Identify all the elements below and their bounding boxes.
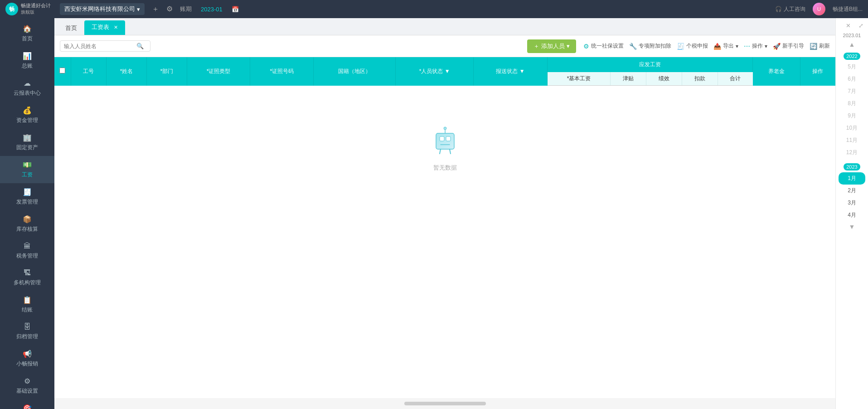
sidebar-item-home[interactable]: 🏠 首页 bbox=[0, 20, 54, 47]
month-2023-01[interactable]: 1月 bbox=[839, 172, 865, 185]
guide-button[interactable]: 🚀 新手引导 bbox=[773, 42, 804, 50]
col-nationality: 国籍（地区） bbox=[314, 57, 396, 86]
month-2022-07[interactable]: 7月 bbox=[836, 85, 868, 97]
calendar-icon[interactable]: 📅 bbox=[232, 6, 239, 13]
current-date-display: 2023.01 bbox=[843, 32, 861, 39]
horizontal-scrollbar[interactable] bbox=[54, 398, 835, 409]
sidebar-label: 发票管理 bbox=[16, 198, 38, 206]
col-actions: 操作 bbox=[800, 57, 835, 86]
month-2022-11[interactable]: 11月 bbox=[836, 134, 868, 146]
col-base-salary: *基本工资 bbox=[547, 72, 611, 86]
salary-table: 工号 *姓名 *部门 *证照类型 *证照号码 国籍（地区） *人员状态 ▼ 报送… bbox=[54, 57, 835, 208]
month-2022-06[interactable]: 6月 bbox=[836, 73, 868, 85]
month-2022-09[interactable]: 9月 bbox=[836, 110, 868, 122]
tab-bar: 首页 工资表 ✕ bbox=[54, 18, 835, 35]
company-selector[interactable]: 西安虾米网络科技有限公司 ▾ bbox=[60, 3, 145, 15]
tax-report-button[interactable]: 🧾 个税申报 bbox=[677, 42, 708, 50]
sidebar-label: 基础设置 bbox=[16, 387, 38, 395]
month-2022-12[interactable]: 12月 bbox=[836, 146, 868, 159]
company-name: 西安虾米网络科技有限公司 bbox=[64, 5, 135, 13]
search-input[interactable] bbox=[64, 43, 136, 49]
sidebar-item-settings[interactable]: ⚙ 基础设置 bbox=[0, 372, 54, 399]
col-performance: 绩效 bbox=[646, 72, 682, 86]
empty-text: 暂无数据 bbox=[433, 164, 457, 172]
sidebar-item-guide[interactable]: 🎯 新手引导 bbox=[0, 399, 54, 409]
app-logo-icon: 畅 bbox=[5, 3, 18, 15]
sidebar-item-funds[interactable]: 💰 资金管理 bbox=[0, 102, 54, 129]
sidebar-item-ledger[interactable]: 📊 总账 bbox=[0, 47, 54, 74]
col-id-type: *证照类型 bbox=[187, 57, 250, 86]
sidebar-item-multi-org[interactable]: 🏗 多机构管理 bbox=[0, 264, 54, 291]
tax-report-icon: 🧾 bbox=[677, 43, 684, 50]
sidebar-label: 总账 bbox=[22, 62, 33, 70]
month-2022-10[interactable]: 10月 bbox=[836, 122, 868, 134]
sidebar-label: 小畅报销 bbox=[16, 360, 38, 368]
col-id: 工号 bbox=[71, 57, 107, 86]
home-icon: 🏠 bbox=[23, 24, 32, 33]
headset-icon: 🎧 bbox=[775, 6, 782, 12]
social-security-settings-button[interactable]: ⚙ 统一社保设置 bbox=[583, 42, 624, 50]
tab-home[interactable]: 首页 bbox=[58, 21, 84, 35]
filter-icon[interactable]: ▼ bbox=[445, 68, 450, 74]
content-area: 首页 工资表 ✕ 🔍 ＋ 添加人员 ▾ ⚙ 统一社保设置 bbox=[54, 18, 835, 409]
svg-line-6 bbox=[440, 149, 441, 154]
tab-close-icon[interactable]: ✕ bbox=[114, 24, 118, 30]
sidebar-item-salary[interactable]: 💵 工资 bbox=[0, 156, 54, 183]
col-name: *姓名 bbox=[107, 57, 147, 86]
next-year-button[interactable]: ▼ bbox=[836, 221, 868, 232]
period-label: 账期 bbox=[180, 5, 192, 13]
more-actions-button[interactable]: ⋯ 操作 ▾ bbox=[744, 42, 767, 50]
tab-salary-table[interactable]: 工资表 ✕ bbox=[84, 20, 125, 35]
export-icon: 📤 bbox=[713, 43, 721, 50]
scrollbar-thumb[interactable] bbox=[404, 402, 486, 405]
col-total: 合计 bbox=[718, 72, 753, 86]
month-2023-04[interactable]: 4月 bbox=[836, 209, 868, 221]
header-right: 🎧 人工咨询 U 畅捷通B组... bbox=[775, 3, 863, 15]
month-2023-03[interactable]: 3月 bbox=[836, 197, 868, 209]
col-report-status: 报送状态 ▼ bbox=[474, 57, 547, 86]
filter-icon[interactable]: ▼ bbox=[519, 68, 525, 74]
sidebar-label: 云报表中心 bbox=[14, 89, 41, 97]
multi-org-icon: 🏗 bbox=[24, 269, 31, 277]
prev-year-button[interactable]: ▲ bbox=[836, 39, 868, 50]
sidebar-item-invoice[interactable]: 🧾 发票管理 bbox=[0, 183, 54, 210]
special-deduction-button[interactable]: 🔧 专项附加扣除 bbox=[629, 42, 671, 50]
sidebar-item-assets[interactable]: 🏢 固定资产 bbox=[0, 129, 54, 156]
col-dept: *部门 bbox=[146, 57, 187, 86]
col-group-payable: 应发工资 bbox=[547, 57, 753, 72]
export-button[interactable]: 📤 导出 ▾ bbox=[713, 42, 738, 50]
month-2022-08[interactable]: 8月 bbox=[836, 97, 868, 110]
sidebar-item-tax[interactable]: 🏛 税务管理 bbox=[0, 238, 54, 264]
assets-icon: 🏢 bbox=[23, 133, 32, 142]
ledger-icon: 📊 bbox=[23, 52, 32, 60]
top-header: 畅 畅捷通好会计 旗舰版 西安虾米网络科技有限公司 ▾ ＋ ⚙ 账期 2023-… bbox=[0, 0, 868, 18]
sidebar-item-cloud-report[interactable]: ☁ 云报表中心 bbox=[0, 74, 54, 102]
logo-area: 畅 畅捷通好会计 旗舰版 bbox=[5, 3, 60, 15]
more-icon: ⋯ bbox=[744, 43, 750, 50]
refresh-button[interactable]: 🔄 刷新 bbox=[810, 42, 830, 50]
right-panel: ✕ ⤢ 2023.01 ▲ 2022 5月 6月 7月 8月 9月 10月 11… bbox=[835, 18, 868, 409]
month-2023-02[interactable]: 2月 bbox=[836, 185, 868, 197]
expand-panel-button[interactable]: ⤢ bbox=[854, 19, 867, 32]
service-button[interactable]: 🎧 人工咨询 bbox=[775, 5, 805, 13]
select-all-checkbox[interactable] bbox=[59, 68, 65, 73]
col-person-status: *人员状态 ▼ bbox=[396, 57, 474, 86]
sidebar-item-inventory[interactable]: 📦 库存核算 bbox=[0, 210, 54, 238]
invoice-icon: 🧾 bbox=[23, 188, 32, 196]
svg-point-5 bbox=[444, 127, 446, 130]
settings-button[interactable]: ⚙ bbox=[166, 5, 173, 13]
sidebar-item-expense[interactable]: 📢 小畅报销 bbox=[0, 345, 54, 372]
svg-rect-1 bbox=[440, 136, 444, 141]
sidebar-item-archive[interactable]: 🗄 归档管理 bbox=[0, 318, 54, 345]
svg-rect-2 bbox=[446, 136, 451, 141]
month-2022-05[interactable]: 5月 bbox=[836, 61, 868, 73]
add-person-button[interactable]: ＋ 添加人员 ▾ bbox=[527, 39, 576, 53]
sidebar-item-close-period[interactable]: 📋 结账 bbox=[0, 291, 54, 318]
period-value[interactable]: 2023-01 bbox=[201, 6, 223, 13]
svg-line-7 bbox=[450, 149, 451, 154]
guide-icon: 🚀 bbox=[773, 43, 781, 50]
user-name: 畅捷通B组... bbox=[833, 5, 863, 13]
add-icon: ＋ bbox=[533, 42, 539, 50]
add-button[interactable]: ＋ bbox=[152, 5, 159, 13]
close-panel-button[interactable]: ✕ bbox=[842, 19, 854, 32]
